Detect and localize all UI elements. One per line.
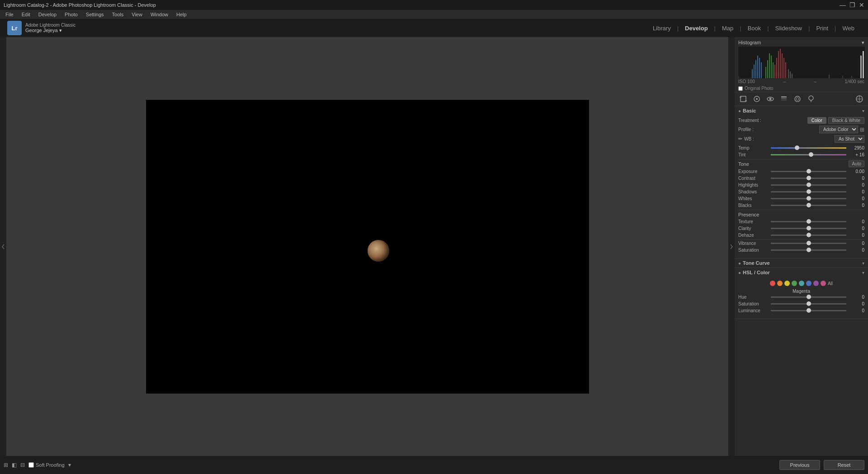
blacks-slider[interactable] — [771, 205, 846, 206]
shadows-label: Shadows — [738, 189, 769, 194]
hsl-all-btn[interactable]: All — [828, 281, 833, 286]
treatment-color-btn[interactable]: Color — [807, 117, 826, 124]
menu-photo[interactable]: Photo — [61, 11, 81, 18]
shutter-value: 1/400 sec — [845, 79, 864, 84]
svg-point-39 — [809, 96, 813, 100]
tone-curve-panel-header[interactable]: ● Tone Curve ▾ — [735, 258, 868, 268]
tone-curve-collapse-dot: ● — [738, 261, 741, 266]
basic-panel-header[interactable]: ● Basic ▾ — [735, 106, 868, 115]
texture-slider[interactable] — [771, 221, 846, 222]
svg-rect-0 — [738, 76, 739, 78]
crop-tool[interactable] — [738, 94, 748, 104]
nav-library[interactable]: Library — [646, 23, 677, 33]
nav-slideshow[interactable]: Slideshow — [769, 23, 808, 33]
saturation2-row: Saturation 0 — [738, 301, 864, 306]
histogram-canvas — [738, 47, 865, 78]
redeye-tool[interactable] — [765, 94, 775, 104]
histogram-collapse-icon[interactable]: ▾ — [862, 40, 864, 46]
texture-value: 0 — [848, 219, 864, 224]
luminance-slider[interactable] — [771, 310, 846, 311]
menu-window[interactable]: Window — [147, 11, 172, 18]
vibrance-value: 0 — [848, 241, 864, 246]
temp-slider[interactable] — [771, 147, 846, 149]
maximize-button[interactable]: ❐ — [849, 1, 855, 9]
hsl-magenta-circle[interactable] — [821, 281, 826, 286]
bottom-bar: ⊞ ◧ ⊟ Soft Proofing ▾ Previous Reset — [0, 456, 868, 474]
menu-file[interactable]: File — [2, 11, 17, 18]
contrast-slider[interactable] — [771, 178, 846, 179]
minimize-button[interactable]: — — [840, 1, 846, 9]
menu-edit[interactable]: Edit — [18, 11, 34, 18]
soft-proofing-checkbox[interactable] — [28, 462, 34, 468]
hsl-orange-circle[interactable] — [777, 281, 783, 286]
tone-auto-btn[interactable]: Auto — [849, 160, 864, 167]
clarity-slider[interactable] — [771, 228, 846, 229]
basic-panel-chevron[interactable]: ▾ — [862, 108, 864, 113]
radial-filter-tool[interactable] — [793, 94, 802, 104]
compare-btn[interactable]: ◧ — [12, 462, 17, 468]
contrast-value: 0 — [848, 176, 864, 181]
profile-grid-icon[interactable]: ⊞ — [860, 127, 864, 133]
menu-develop[interactable]: Develop — [35, 11, 60, 18]
reset-button[interactable]: Reset — [824, 460, 864, 470]
original-photo-checkbox[interactable] — [738, 86, 743, 91]
hsl-chevron[interactable]: ▾ — [862, 270, 864, 275]
svg-rect-19 — [788, 69, 789, 78]
shadows-slider[interactable] — [771, 191, 846, 192]
left-panel-toggle[interactable] — [0, 37, 6, 456]
highlights-slider[interactable] — [771, 184, 846, 186]
hue-slider[interactable] — [771, 296, 846, 298]
svg-rect-14 — [778, 51, 779, 78]
tone-label: Tone — [738, 161, 749, 167]
close-button[interactable]: ✕ — [859, 1, 864, 9]
exposure-slider[interactable] — [771, 171, 846, 172]
hsl-green-circle[interactable] — [792, 281, 797, 286]
menu-view[interactable]: View — [128, 11, 146, 18]
dehaze-slider[interactable] — [771, 235, 846, 236]
tone-curve-chevron[interactable]: ▾ — [862, 261, 864, 266]
hsl-aqua-circle[interactable] — [799, 281, 804, 286]
graduated-filter-tool[interactable] — [779, 94, 789, 104]
adjustment-brush-tool[interactable] — [806, 94, 816, 104]
tint-slider[interactable] — [771, 154, 846, 155]
hsl-yellow-circle[interactable] — [784, 281, 790, 286]
whites-slider[interactable] — [771, 198, 846, 199]
svg-rect-35 — [781, 99, 787, 99]
nav-print[interactable]: Print — [810, 23, 835, 33]
vibrance-label: Vibrance — [738, 241, 769, 246]
menu-tools[interactable]: Tools — [108, 11, 127, 18]
svg-rect-25 — [860, 56, 862, 78]
main-layout: Histogram ▾ — [0, 37, 868, 456]
hsl-red-circle[interactable] — [770, 281, 775, 286]
wb-select[interactable]: As Shot — [835, 135, 864, 143]
nav-book[interactable]: Book — [741, 23, 768, 33]
hsl-blue-circle[interactable] — [806, 281, 811, 286]
treatment-bw-btn[interactable]: Black & White — [828, 117, 864, 124]
hsl-panel-header[interactable]: ● HSL / Color ▾ — [735, 268, 868, 277]
right-panel-toggle[interactable] — [728, 37, 735, 456]
user-name[interactable]: George Jejeya ▾ — [25, 28, 75, 33]
nav-map[interactable]: Map — [716, 23, 740, 33]
saturation2-slider[interactable] — [771, 303, 846, 305]
moon-image — [368, 240, 389, 262]
luminance-label: Luminance — [738, 308, 769, 313]
menu-settings[interactable]: Settings — [82, 11, 108, 18]
nav-web[interactable]: Web — [836, 23, 861, 33]
survey-btn[interactable]: ⊟ — [20, 462, 25, 468]
bottom-chevron[interactable]: ▾ — [68, 462, 71, 468]
menu-help[interactable]: Help — [173, 11, 190, 18]
clarity-value: 0 — [848, 226, 864, 231]
svg-rect-5 — [759, 58, 760, 78]
healing-tool[interactable] — [752, 94, 762, 104]
color-picker-tool[interactable] — [854, 94, 864, 104]
nav-develop[interactable]: Develop — [679, 23, 714, 33]
previous-button[interactable]: Previous — [779, 460, 820, 470]
vibrance-slider[interactable] — [771, 243, 846, 244]
view-mode-btn[interactable]: ⊞ — [4, 462, 8, 468]
hsl-purple-circle[interactable] — [813, 281, 819, 286]
wb-eyedropper-icon[interactable]: ✏ — [738, 136, 742, 142]
saturation-row: Saturation 0 — [738, 248, 864, 253]
tint-label: Tint — [738, 152, 769, 157]
profile-select[interactable]: Adobe Color — [819, 126, 858, 133]
saturation-slider[interactable] — [771, 249, 846, 251]
